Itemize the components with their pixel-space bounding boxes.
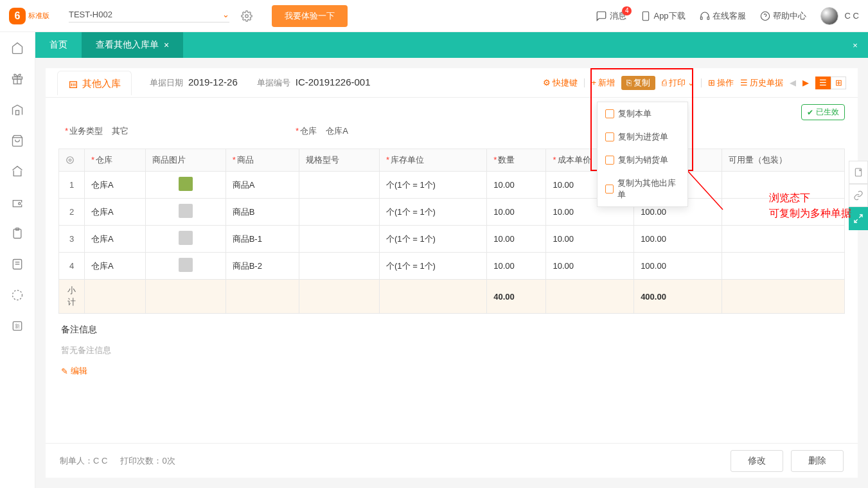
th-gear[interactable] <box>59 149 85 172</box>
subtotal-qty: 40.00 <box>487 280 546 314</box>
table-row[interactable]: 4 仓库A 商品B-2 个(1个 = 1个) 10.00 10.00 100.0… <box>59 253 845 280</box>
svg-rect-9 <box>16 111 19 115</box>
sidebar-new-icon[interactable]: 新 <box>10 319 24 333</box>
grid-view-icon[interactable]: ⊞ <box>831 77 846 89</box>
cell-qty: 10.00 <box>487 253 546 280</box>
cell-product: 商品B <box>226 199 299 226</box>
dropdown-copy-sales[interactable]: 复制为销货单 <box>598 149 687 172</box>
close-icon[interactable]: × <box>164 40 169 50</box>
cell-product: 商品B-1 <box>226 226 299 253</box>
cell-spec <box>299 199 380 226</box>
sidebar-gift-icon[interactable] <box>10 72 24 86</box>
cell-spec <box>299 226 380 253</box>
product-image-icon <box>179 231 193 245</box>
cell-unit: 个(1个 = 1个) <box>380 226 487 253</box>
list-view-icon[interactable]: ☰ <box>815 77 831 89</box>
doc-icon <box>605 185 614 194</box>
cell-spec <box>299 253 380 280</box>
cell-warehouse: 仓库A <box>85 226 146 253</box>
dropdown-copy-purchase[interactable]: 复制为进货单 <box>598 125 687 149</box>
items-table: *仓库 商品图片 *商品 规格型号 *库存单位 *数量 *成本单价 *成本金额 … <box>58 149 845 314</box>
warehouse-value: 仓库A <box>326 125 348 137</box>
sidebar-refresh-icon[interactable] <box>10 288 24 302</box>
modify-button[interactable]: 修改 <box>731 450 783 472</box>
tab-home[interactable]: 首页 <box>35 32 82 58</box>
stockin-icon <box>68 79 78 89</box>
delete-button[interactable]: 删除 <box>791 450 844 472</box>
doc-icon <box>605 132 614 141</box>
plus-icon: + <box>591 78 596 87</box>
sidebar-bag-icon[interactable] <box>10 134 24 148</box>
help-icon <box>760 11 770 21</box>
edit-icon: ✎ <box>61 366 68 376</box>
sidebar-warehouse-icon[interactable] <box>10 103 24 117</box>
th-image: 商品图片 <box>146 149 226 172</box>
th-unit: *库存单位 <box>380 149 487 172</box>
remarks-section: 备注信息 暂无备注信息 ✎编辑 <box>46 314 858 387</box>
message-button[interactable]: 消息 4 <box>596 10 626 22</box>
print-button[interactable]: ⎙打印⌄ <box>662 77 695 89</box>
dropdown-copy-stockout[interactable]: 复制为其他出库单 <box>598 172 687 206</box>
operate-button[interactable]: ⊞操作 <box>708 77 734 89</box>
print-count: 0次 <box>162 456 175 465</box>
help-button[interactable]: 帮助中心 <box>760 10 806 22</box>
cell-warehouse: 仓库A <box>85 172 146 199</box>
rail-note-icon[interactable] <box>849 161 868 184</box>
cell-available <box>722 199 844 226</box>
svg-rect-4 <box>707 17 709 19</box>
remarks-empty: 暂无备注信息 <box>61 345 842 356</box>
copy-icon: ⎘ <box>626 78 632 87</box>
table-row[interactable]: 2 仓库A 商品B 个(1个 = 1个) 10.00 10.00 100.00 <box>59 199 845 226</box>
page-card: 其他入库 单据日期2019-12-26 单据编号IC-20191226-001 … <box>46 68 858 478</box>
cell-warehouse: 仓库A <box>85 199 146 226</box>
biz-type-value: 其它 <box>112 125 128 137</box>
sidebar-clipboard-icon[interactable] <box>10 226 24 240</box>
cell-image <box>146 226 226 253</box>
view-toggle: ☰ ⊞ <box>815 77 846 89</box>
rail-expand-icon[interactable] <box>849 207 868 230</box>
table-header-row: *仓库 商品图片 *商品 规格型号 *库存单位 *数量 *成本单价 *成本金额 … <box>59 149 845 172</box>
table-row[interactable]: 1 仓库A 商品A 个(1个 = 1个) 10.00 10.00 100.00 <box>59 172 845 199</box>
try-button[interactable]: 我要体验一下 <box>272 5 348 27</box>
doc-meta: 单据日期2019-12-26 单据编号IC-20191226-001 <box>150 77 371 89</box>
row-index: 4 <box>59 253 85 280</box>
sidebar-money-icon[interactable] <box>10 195 24 210</box>
warehouse-field: *仓库 仓库A <box>296 125 348 137</box>
cell-image <box>146 199 226 226</box>
table-row[interactable]: 3 仓库A 商品B-1 个(1个 = 1个) 10.00 10.00 100.0… <box>59 226 845 253</box>
shortcut-button[interactable]: ⚙快捷键 <box>543 77 578 89</box>
th-spec: 规格型号 <box>299 149 380 172</box>
tab-view-stockin[interactable]: 查看其他入库单 × <box>82 32 183 58</box>
cell-spec <box>299 172 380 199</box>
form-row: *业务类型 其它 *仓库 仓库A <box>46 120 858 149</box>
status-badge: ✔已生效 <box>801 104 845 120</box>
footer-info: 制单人：C C 打印次数：0次 <box>60 455 175 467</box>
user-menu[interactable]: C C <box>820 7 859 25</box>
cell-amount: 100.00 <box>634 253 722 280</box>
location-select[interactable]: TEST-H002 ⌄ <box>69 10 229 23</box>
sidebar-report-icon[interactable] <box>10 257 24 271</box>
dropdown-copy-self[interactable]: 复制本单 <box>598 102 687 125</box>
prev-button[interactable]: ◀ <box>790 78 796 87</box>
doc-icon <box>605 156 614 165</box>
sidebar-house-icon[interactable] <box>10 165 24 179</box>
headset-icon <box>700 11 710 21</box>
new-button[interactable]: +新增 <box>591 77 615 89</box>
app-download-button[interactable]: App下载 <box>641 10 685 22</box>
copy-button[interactable]: ⎘复制 <box>621 76 655 90</box>
row-index: 1 <box>59 172 85 199</box>
gear-icon[interactable] <box>241 10 252 22</box>
close-all-icon[interactable]: × <box>842 32 868 58</box>
logo-edition: 标准版 <box>28 11 49 21</box>
location-value: TEST-H002 <box>69 10 112 19</box>
biz-type-field: *业务类型 其它 <box>65 125 128 137</box>
service-button[interactable]: 在线客服 <box>700 10 746 22</box>
warehouse-label: 仓库 <box>300 126 317 136</box>
history-button[interactable]: ☰历史单据 <box>740 77 783 89</box>
rail-link-icon[interactable] <box>849 184 868 207</box>
th-available: 可用量（包装） <box>722 149 844 172</box>
svg-point-29 <box>860 170 861 171</box>
next-button[interactable]: ▶ <box>802 78 809 87</box>
sidebar-home-icon[interactable] <box>10 41 24 55</box>
edit-remarks-button[interactable]: ✎编辑 <box>61 365 842 377</box>
